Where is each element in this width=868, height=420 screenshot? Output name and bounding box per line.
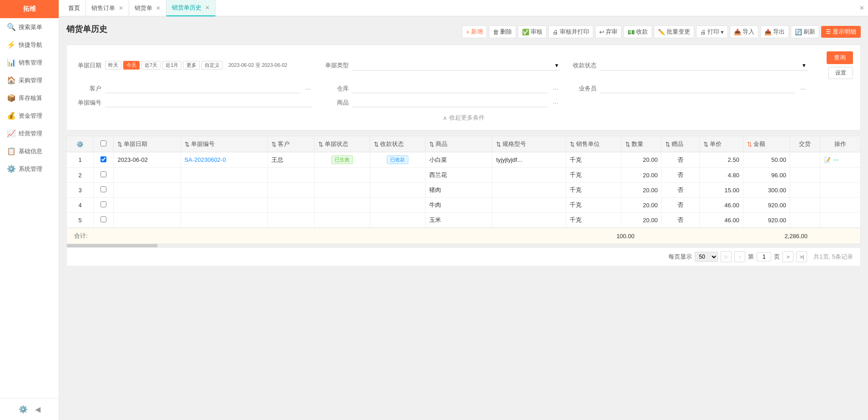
filter-product-input[interactable]	[352, 98, 547, 107]
filter-doc-type: 单据类型 ▾	[321, 60, 560, 70]
th-qty-sort-icon: ⇅	[625, 141, 630, 148]
display-detail-button[interactable]: ☰ 显示明细	[821, 26, 861, 38]
refresh-button[interactable]: 🔄 刷新	[791, 25, 819, 38]
prev-page-btn[interactable]: <	[734, 251, 745, 262]
tab-sales-order-close[interactable]: ✕	[119, 5, 123, 11]
delete-button[interactable]: 🗑 删除	[489, 25, 516, 38]
sidebar-item-quick-nav[interactable]: ⚡ 快捷导航	[0, 36, 59, 54]
cell-checkbox[interactable]	[94, 152, 114, 168]
export-button[interactable]: 📤 导出	[760, 25, 789, 38]
import-icon: 📥	[734, 29, 741, 35]
cell-date	[114, 198, 181, 213]
review-button[interactable]: ✅ 审核	[518, 25, 547, 38]
salesperson-ellipsis-btn[interactable]: ···	[798, 85, 808, 92]
filter-doc-type-select[interactable]: ▾	[352, 60, 560, 70]
import-button[interactable]: 📥 导入	[730, 25, 758, 38]
th-unit[interactable]: ⇅ 销售单位	[566, 136, 622, 152]
row-checkbox[interactable]	[100, 216, 106, 222]
filter-collapse-btn[interactable]: ∧ 收起更多条件	[74, 112, 853, 124]
filter-customer-label: 客户	[74, 85, 101, 93]
order-no-link[interactable]: SA-20230602-0	[185, 156, 226, 163]
sidebar-item-system-mgmt[interactable]: ⚙️ 系统管理	[0, 160, 59, 178]
add-button[interactable]: + 新增	[462, 25, 487, 38]
cell-num: 4	[67, 198, 94, 213]
th-pay-status[interactable]: ⇅ 收款状态	[370, 136, 425, 152]
sidebar-item-operation[interactable]: 📈 经营管理	[0, 125, 59, 142]
date-btn-custom[interactable]: 自定义	[201, 61, 223, 70]
print-button[interactable]: 🖨 打印 ▾	[696, 25, 728, 38]
row-checkbox[interactable]	[100, 201, 106, 207]
filter-doc-no-input[interactable]	[105, 98, 312, 107]
tab-home[interactable]: 首页	[63, 0, 86, 16]
th-price[interactable]: ⇅ 单价	[700, 136, 743, 152]
th-qty[interactable]: ⇅ 数量	[622, 136, 662, 152]
cell-checkbox[interactable]	[94, 213, 114, 228]
tab-sales-order[interactable]: 销售订单 ✕	[86, 0, 129, 16]
th-gift[interactable]: ⇅ 赠品	[662, 136, 700, 152]
review-print-button[interactable]: 🖨 审核并打印	[548, 25, 593, 38]
cell-action: 📝 ⋯	[820, 152, 860, 168]
last-page-btn[interactable]: >|	[796, 251, 807, 262]
row-checkbox[interactable]	[100, 171, 106, 177]
query-button[interactable]: 查询	[827, 51, 853, 64]
first-page-btn[interactable]: |<	[721, 251, 732, 262]
collect-button[interactable]: 💵 收款	[623, 25, 652, 38]
sidebar-item-purchase-mgmt[interactable]: 🏠 采购管理	[0, 71, 59, 89]
sales-mgmt-icon: 📊	[7, 58, 16, 67]
date-btn-more[interactable]: 更多	[183, 61, 200, 70]
cell-amount: 96.00	[743, 168, 790, 183]
filter-pay-status-select[interactable]: ▾	[600, 60, 808, 70]
batch-change-button[interactable]: ✏️ 批量变更	[654, 25, 694, 38]
cell-checkbox[interactable]	[94, 183, 114, 198]
data-table-container: ⚙️ ⇅ 单据日期 ⇅	[66, 136, 861, 266]
horizontal-scrollbar[interactable]	[67, 244, 860, 247]
row-checkbox[interactable]	[100, 186, 106, 192]
date-btn-7days[interactable]: 近7天	[141, 61, 161, 70]
cell-checkbox[interactable]	[94, 168, 114, 183]
edit-btn[interactable]: 📝	[824, 157, 831, 163]
th-settings[interactable]: ⚙️	[67, 136, 94, 152]
sidebar-item-sales-mgmt[interactable]: 📊 销售管理	[0, 54, 59, 71]
more-btn[interactable]: ⋯	[833, 157, 839, 163]
th-date[interactable]: ⇅ 单据日期	[114, 136, 181, 152]
filter-settings-button[interactable]: 设置	[828, 67, 853, 79]
th-status[interactable]: ⇅ 单据状态	[314, 136, 370, 152]
th-checkbox[interactable]	[94, 136, 114, 152]
sidebar-item-basic-info[interactable]: 📋 基础信息	[0, 142, 59, 160]
tab-delivery[interactable]: 销货单 ✕	[129, 0, 166, 16]
th-product[interactable]: ⇅ 商品	[426, 136, 492, 152]
tab-delivery-history-close[interactable]: ✕	[205, 5, 210, 11]
page-number-input[interactable]	[757, 252, 771, 261]
tab-delivery-history[interactable]: 销货单历史 ✕	[166, 0, 216, 16]
tab-delivery-close[interactable]: ✕	[156, 5, 161, 11]
filter-warehouse-input[interactable]	[352, 84, 547, 93]
sidebar-settings-icon[interactable]: ⚙️	[19, 405, 28, 414]
row-checkbox[interactable]	[100, 156, 106, 162]
cell-checkbox[interactable]	[94, 198, 114, 213]
per-page-select[interactable]: 50 20 100	[695, 252, 718, 262]
footer-total-amount: 2,286.00	[784, 233, 808, 240]
th-trade[interactable]: 交货	[790, 136, 820, 152]
cell-status	[314, 213, 370, 228]
next-page-btn[interactable]: >	[783, 251, 793, 262]
select-all-checkbox[interactable]	[100, 140, 106, 146]
date-btn-yesterday[interactable]: 昨天	[105, 61, 121, 70]
filter-salesperson-input[interactable]	[600, 84, 795, 93]
sidebar-item-finance[interactable]: 💰 资金管理	[0, 107, 59, 125]
filter-customer-input[interactable]	[105, 84, 300, 93]
sidebar-item-inventory[interactable]: 📦 库存核算	[0, 89, 59, 107]
sidebar-item-search-menu[interactable]: 🔍 搜索菜单	[0, 18, 59, 36]
th-spec[interactable]: ⇅ 规格型号	[492, 136, 566, 152]
abandon-button[interactable]: ↩ 弃审	[595, 25, 622, 38]
th-order-no[interactable]: ⇅ 单据编号	[181, 136, 267, 152]
tab-bar-close-all[interactable]: ✕	[859, 5, 864, 11]
date-btn-1month[interactable]: 近1月	[162, 61, 181, 70]
sidebar-collapse-icon[interactable]: ◀	[35, 405, 40, 414]
customer-ellipsis-btn[interactable]: ···	[304, 85, 313, 92]
product-ellipsis-btn[interactable]: ···	[551, 99, 560, 106]
th-customer[interactable]: ⇅ 客户	[267, 136, 314, 152]
date-btn-today[interactable]: 今天	[123, 61, 140, 70]
th-amount[interactable]: ⇅ 金额	[743, 136, 790, 152]
warehouse-ellipsis-btn[interactable]: ···	[551, 85, 560, 92]
export-icon: 📤	[764, 29, 772, 35]
